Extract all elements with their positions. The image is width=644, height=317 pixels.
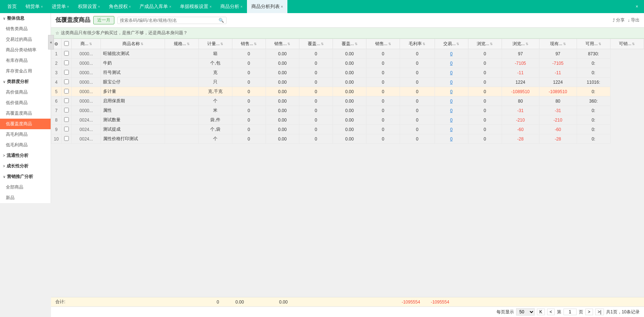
row-browse1[interactable]: 0	[435, 59, 468, 68]
time-filter-button[interactable]: 近一月	[93, 16, 114, 24]
sidebar-item-low-coverage[interactable]: 低覆盖度商品	[0, 119, 51, 129]
window-close-button[interactable]: ×	[633, 4, 641, 9]
col-header-name[interactable]: 商品名称⇅	[101, 39, 165, 49]
row-browse1[interactable]: 0	[435, 49, 468, 59]
sidebar-section-overall[interactable]: ∨ 整体信息	[0, 13, 51, 24]
nav-goods-analysis-list[interactable]: 商品分析列表 ×	[247, 0, 287, 13]
sidebar-item-in-stock-goods[interactable]: 有库存商品	[0, 55, 51, 66]
section-liquidity-arrow: >	[3, 154, 5, 158]
nav-template[interactable]: 单据模板设置 ×	[176, 0, 216, 13]
sidebar-item-category-turnover[interactable]: 商品分类动销率	[0, 45, 51, 55]
sidebar-section-marketing[interactable]: ∨ 营销推广分析	[0, 171, 51, 182]
sidebar-item-low-margin[interactable]: 低毛利商品	[0, 140, 51, 150]
col-header-sales1[interactable]: 销售...⇅	[232, 39, 266, 49]
row-checkbox[interactable]	[64, 79, 69, 84]
row-stock2: -210	[539, 115, 577, 125]
nav-goods-analysis[interactable]: 商品分析 ×	[216, 0, 247, 13]
table-row: 1 0000... 旺辅批次测试 箱 0 0.00 0 0.00 0 0 0 0…	[51, 49, 644, 59]
col-header-cov2[interactable]: 覆盖...⇅	[333, 39, 366, 49]
row-checkbox[interactable]	[64, 127, 69, 131]
nav-template-close[interactable]: ×	[209, 5, 212, 9]
next-page-button[interactable]: >	[585, 309, 593, 315]
nav-role-close[interactable]: ×	[129, 5, 131, 9]
row-s1: 0	[232, 106, 266, 115]
col-header-browse2[interactable]: 浏览...⇅	[502, 39, 539, 49]
row-checkbox[interactable]	[64, 117, 69, 122]
table-row: 6 0000... 启用保质期 个 0 0.00 0 0.00 0 0 0 0 …	[51, 96, 644, 106]
row-code: 0024...	[72, 125, 101, 134]
nav-product-warehouse-close[interactable]: ×	[169, 5, 171, 9]
row-checkbox[interactable]	[64, 108, 69, 112]
sidebar-item-stock-capital[interactable]: 库存资金占用	[0, 66, 51, 76]
sidebar-item-traded-goods[interactable]: 交易过的商品	[0, 34, 51, 45]
col-header-margin[interactable]: 毛利率⇅	[400, 39, 435, 49]
row-browse1[interactable]: 0	[435, 68, 468, 78]
row-browse1[interactable]: 0	[435, 125, 468, 134]
col-header-stock1[interactable]: 现有...⇅	[539, 39, 577, 49]
export-icon: ↓	[628, 18, 630, 23]
nav-sales[interactable]: 销货单 ×	[21, 0, 47, 13]
nav-permission-close[interactable]: ×	[98, 5, 100, 9]
col-header-check[interactable]	[62, 39, 72, 49]
nav-goods-analysis-close[interactable]: ×	[240, 5, 243, 9]
sidebar-item-new-goods[interactable]: 新品	[0, 193, 51, 203]
first-page-button[interactable]: K	[537, 309, 545, 315]
row-browse1[interactable]: 0	[435, 134, 468, 144]
nav-purchase-close[interactable]: ×	[67, 5, 69, 9]
col-header-code[interactable]: 商...⇅	[72, 39, 101, 49]
sidebar-section-growth[interactable]: > 成长性分析	[0, 161, 51, 171]
sidebar-section-cluster[interactable]: ∨ 类群度分析	[0, 76, 51, 87]
row-checkbox[interactable]	[64, 136, 69, 141]
row-s1: 0	[232, 78, 266, 87]
sidebar-item-low-value[interactable]: 低价值商品	[0, 98, 51, 108]
prev-page-button[interactable]: <	[547, 309, 555, 315]
sidebar-item-all-goods[interactable]: 全部商品	[0, 182, 51, 193]
export-button[interactable]: ↓ 导出	[628, 17, 640, 23]
row-checkbox[interactable]	[64, 51, 69, 56]
col-header-sales2[interactable]: 销售...⇅	[266, 39, 299, 49]
select-all-checkbox[interactable]	[64, 41, 69, 46]
search-input[interactable]	[120, 18, 219, 23]
nav-purchase[interactable]: 进货单 ×	[47, 0, 74, 13]
row-s3: 0	[299, 59, 333, 68]
col-header-stock3[interactable]: 可销...⇅	[610, 39, 644, 49]
col-header-cov1[interactable]: 覆盖...⇅	[299, 39, 333, 49]
row-browse1[interactable]: 0	[435, 96, 468, 106]
col-header-unit[interactable]: 计量...⇅	[199, 39, 232, 49]
row-s6: 0	[400, 134, 435, 144]
row-checkbox-cell	[62, 96, 72, 106]
page-size-select[interactable]: 50 20 100 200	[516, 308, 535, 316]
sidebar-collapse-button[interactable]: «	[48, 35, 54, 49]
row-browse1[interactable]: 0	[435, 115, 468, 125]
col-header-transaction[interactable]: 交易...⇅	[435, 39, 468, 49]
row-checkbox[interactable]	[64, 70, 69, 75]
row-browse1[interactable]: 0	[435, 78, 468, 87]
page-number-input[interactable]	[564, 309, 577, 315]
share-button[interactable]: ⤴ 分享	[613, 17, 625, 23]
row-stock3: 360:	[577, 96, 610, 106]
row-browse1[interactable]: 0	[435, 106, 468, 115]
nav-role[interactable]: 角色授权 ×	[105, 0, 136, 13]
sidebar-item-high-margin[interactable]: 高毛利商品	[0, 129, 51, 140]
nav-home[interactable]: 首页	[3, 0, 21, 13]
row-checkbox[interactable]	[64, 98, 69, 103]
sidebar-item-high-coverage[interactable]: 高覆盖度商品	[0, 108, 51, 119]
row-s4: 0.00	[333, 106, 366, 115]
row-spec	[165, 49, 199, 59]
col-header-stock2[interactable]: 可用...⇅	[577, 39, 610, 49]
sidebar-item-high-value[interactable]: 高价值商品	[0, 87, 51, 98]
row-checkbox[interactable]	[64, 60, 69, 65]
row-s6: 0	[400, 68, 435, 78]
last-page-button[interactable]: >|	[595, 309, 604, 315]
row-checkbox[interactable]	[64, 89, 69, 94]
col-header-browse1[interactable]: 浏览...⇅	[468, 39, 502, 49]
sidebar-section-liquidity[interactable]: > 流通性分析	[0, 150, 51, 161]
col-header-spec[interactable]: 规格...⇅	[165, 39, 199, 49]
nav-goods-analysis-list-close[interactable]: ×	[281, 5, 283, 9]
row-browse1[interactable]: 0	[435, 87, 468, 96]
col-header-sales3[interactable]: 销售...⇅	[366, 39, 400, 49]
sidebar-item-sales-goods[interactable]: 销售类商品	[0, 24, 51, 34]
nav-sales-close[interactable]: ×	[41, 5, 43, 9]
nav-product-warehouse[interactable]: 产成品入库单 ×	[135, 0, 176, 13]
nav-permission[interactable]: 权限设置 ×	[74, 0, 105, 13]
